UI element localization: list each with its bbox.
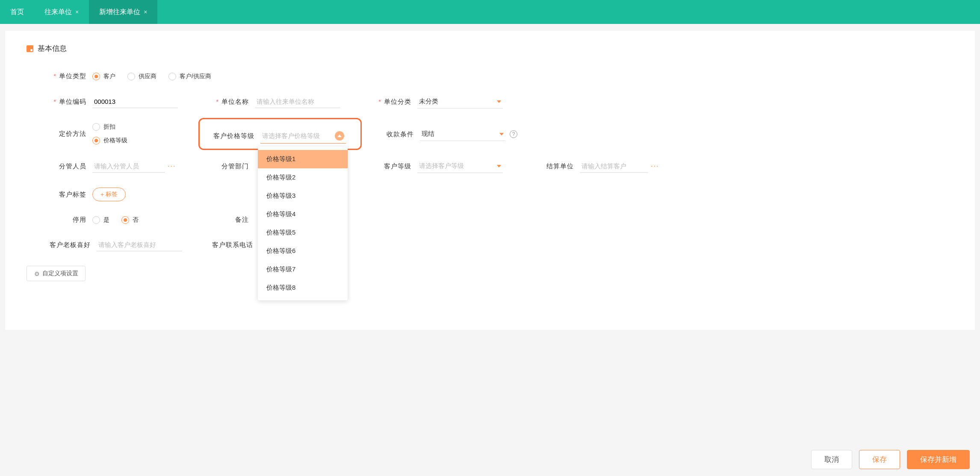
label-pricing-method: 定价方法 xyxy=(44,130,86,138)
chevron-up-icon xyxy=(335,131,344,141)
dropdown-item-5[interactable]: 价格等级5 xyxy=(258,223,348,242)
radio-icon xyxy=(168,73,176,80)
radio-customer[interactable]: 客户 xyxy=(92,73,115,80)
dropdown-price-levels: 价格等级1 价格等级2 价格等级3 价格等级4 价格等级5 价格等级6 价格等级… xyxy=(258,147,348,300)
label-settlement-unit: 结算单位 xyxy=(531,162,574,170)
label-unit-code: *单位编码 xyxy=(44,98,86,106)
input-boss-preference[interactable] xyxy=(97,238,182,251)
radio-icon xyxy=(92,216,100,224)
radio-icon xyxy=(92,73,100,80)
plus-icon: + xyxy=(100,191,104,198)
close-icon[interactable]: × xyxy=(75,9,79,15)
radio-both[interactable]: 客户/供应商 xyxy=(168,73,211,80)
dropdown-item-3[interactable]: 价格等级3 xyxy=(258,187,348,205)
radio-supplier[interactable]: 供应商 xyxy=(127,73,156,80)
dropdown-item-4[interactable]: 价格等级4 xyxy=(258,205,348,223)
label-boss-preference: 客户老板喜好 xyxy=(44,241,91,249)
radio-disabled-no[interactable]: 否 xyxy=(121,216,139,224)
dropdown-item-1[interactable]: 价格等级1 xyxy=(258,150,348,168)
tab-bar: 首页 往来单位 × 新增往来单位 × xyxy=(0,0,980,24)
radio-discount[interactable]: 折扣 xyxy=(92,123,127,131)
label-customer-price-level: 客户价格等级 xyxy=(207,132,254,140)
more-icon[interactable]: ··· xyxy=(651,162,659,170)
select-payment-terms[interactable]: 现结 xyxy=(420,127,505,141)
radio-disabled-yes[interactable]: 是 xyxy=(92,216,109,224)
label-remark: 备注 xyxy=(206,216,249,224)
label-assigned-dept: 分管部门 xyxy=(206,162,249,170)
page-content: 基本信息 *单位类型 客户 供应商 客户/供应商 xyxy=(5,31,975,330)
gear-icon xyxy=(34,270,40,276)
chevron-down-icon xyxy=(497,165,501,167)
tab-home-label: 首页 xyxy=(10,8,24,17)
select-unit-category[interactable]: 未分类 xyxy=(417,95,503,109)
select-customer-price-level[interactable]: 请选择客户价格等级 价格等级1 价格等级2 价格等级3 价格等级4 价格等级5 … xyxy=(260,129,346,144)
tab-unit-list[interactable]: 往来单位 × xyxy=(34,0,89,24)
tab-add-unit[interactable]: 新增往来单位 × xyxy=(89,0,157,24)
label-unit-name: *单位名称 xyxy=(206,98,249,106)
close-icon[interactable]: × xyxy=(144,9,147,15)
input-unit-name[interactable] xyxy=(255,95,340,108)
radio-icon xyxy=(92,137,100,144)
label-payment-terms: 收款条件 xyxy=(371,130,414,138)
note-icon xyxy=(27,45,33,52)
dropdown-item-7[interactable]: 价格等级7 xyxy=(258,260,348,279)
more-icon[interactable]: ··· xyxy=(168,162,176,170)
highlight-price-level: 客户价格等级 请选择客户价格等级 价格等级1 价格等级2 价格等级3 价格等级4… xyxy=(198,118,362,150)
radio-price-level[interactable]: 价格等级 xyxy=(92,137,127,144)
dropdown-item-2[interactable]: 价格等级2 xyxy=(258,168,348,187)
select-customer-level[interactable]: 请选择客户等级 xyxy=(417,159,503,173)
section-title: 基本信息 xyxy=(38,44,67,53)
input-unit-code[interactable] xyxy=(92,95,178,108)
label-contact-phone: 客户联系电话 xyxy=(206,241,253,249)
label-unit-type: *单位类型 xyxy=(44,72,86,80)
custom-settings-button[interactable]: 自定义项设置 xyxy=(27,266,86,281)
label-customer-level: 客户等级 xyxy=(369,162,411,170)
label-disabled: 停用 xyxy=(44,216,86,224)
radio-icon xyxy=(127,73,135,80)
chevron-down-icon xyxy=(497,100,501,103)
tab-unit-list-label: 往来单位 xyxy=(44,8,72,17)
section-header: 基本信息 xyxy=(27,44,953,57)
help-icon[interactable]: ? xyxy=(510,130,517,138)
add-tag-button[interactable]: + 标签 xyxy=(92,188,126,201)
label-customer-tag: 客户标签 xyxy=(44,191,86,199)
label-unit-category: *单位分类 xyxy=(369,98,411,106)
radio-icon xyxy=(121,216,129,224)
input-assigned-person[interactable] xyxy=(92,160,165,173)
radio-icon xyxy=(92,123,100,131)
dropdown-item-6[interactable]: 价格等级6 xyxy=(258,242,348,260)
tab-add-unit-label: 新增往来单位 xyxy=(99,8,140,17)
tab-home[interactable]: 首页 xyxy=(0,0,34,24)
input-settlement-unit[interactable] xyxy=(580,160,648,173)
dropdown-item-8[interactable]: 价格等级8 xyxy=(258,279,348,297)
form-body: *单位类型 客户 供应商 客户/供应商 xyxy=(27,72,953,281)
label-assigned-person: 分管人员 xyxy=(44,162,86,170)
chevron-down-icon xyxy=(499,133,504,135)
